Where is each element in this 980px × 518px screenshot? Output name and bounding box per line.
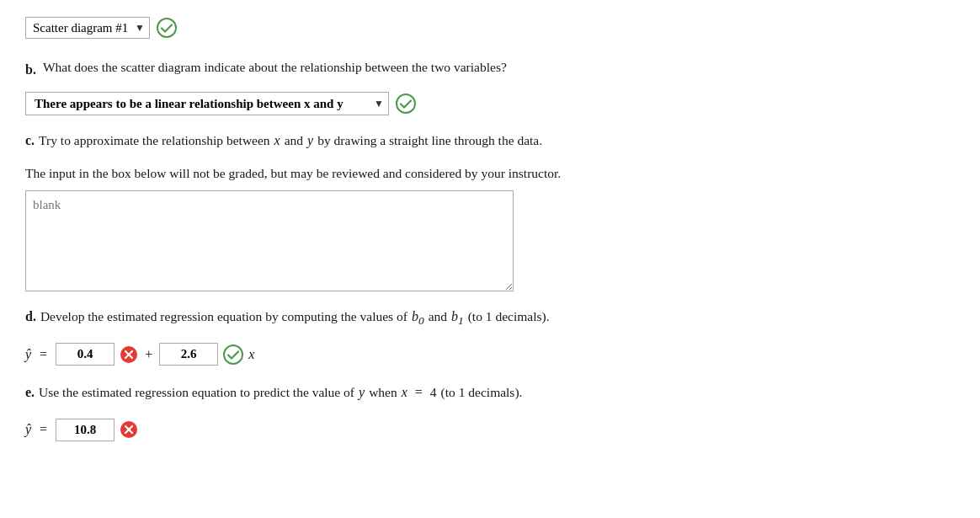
question-c-instruction: The input in the box below will not be g… bbox=[25, 163, 955, 184]
question-d-text-before: Develop the estimated regression equatio… bbox=[40, 307, 407, 328]
scatter-diagram-dropdown-wrapper[interactable]: Scatter diagram #1 Scatter diagram #2 Sc… bbox=[25, 17, 150, 39]
question-d-equation-row: ŷ = + x bbox=[25, 343, 955, 366]
question-e-section: e. Use the estimated regression equation… bbox=[25, 382, 955, 441]
question-c-textarea[interactable] bbox=[25, 190, 514, 291]
question-e-text-middle: when bbox=[369, 382, 397, 403]
question-d-text-after: (to 1 decimals). bbox=[468, 307, 550, 328]
question-e-equals: = bbox=[415, 385, 423, 400]
question-b-text: What does the scatter diagram indicate a… bbox=[43, 57, 507, 78]
question-e-var-x: x bbox=[402, 385, 407, 400]
question-d-b0: b0 bbox=[412, 309, 424, 328]
question-e-var-y: y bbox=[359, 385, 365, 400]
question-e-label: e. bbox=[25, 385, 35, 400]
question-e-text-before: Use the estimated regression equation to… bbox=[39, 382, 354, 403]
question-e-answer-input[interactable] bbox=[56, 419, 115, 441]
scatter-diagram-select[interactable]: Scatter diagram #1 Scatter diagram #2 Sc… bbox=[25, 17, 150, 39]
question-d-x-var: x bbox=[248, 347, 254, 362]
b1-check-icon bbox=[223, 344, 243, 365]
b0-error-icon bbox=[120, 345, 138, 364]
question-d-b1: b1 bbox=[451, 309, 464, 328]
question-c-var1: x bbox=[274, 133, 280, 148]
question-e-text-after: (to 1 decimals). bbox=[441, 382, 523, 403]
answer-b-check-icon bbox=[396, 93, 416, 114]
question-d-section: d. Develop the estimated regression equa… bbox=[25, 307, 955, 366]
question-d-label: d. bbox=[25, 309, 36, 324]
question-c-var2: y bbox=[307, 133, 313, 148]
question-c-row: c. Try to approximate the relationship b… bbox=[25, 131, 955, 157]
e-error-icon bbox=[120, 420, 138, 439]
answer-b-select[interactable]: There appears to be a linear relationshi… bbox=[25, 92, 389, 115]
question-b-row: b. What does the scatter diagram indicat… bbox=[25, 57, 955, 83]
question-e-equation-row: ŷ = bbox=[25, 419, 955, 441]
answer-b-row: There appears to be a linear relationshi… bbox=[25, 92, 955, 115]
top-check-icon bbox=[157, 18, 177, 38]
top-bar: Scatter diagram #1 Scatter diagram #2 Sc… bbox=[25, 17, 955, 39]
question-c-text-after: by drawing a straight line through the d… bbox=[317, 131, 542, 152]
question-e-x-value: 4 bbox=[430, 382, 437, 403]
question-d-equals: = bbox=[40, 347, 47, 362]
svg-point-1 bbox=[397, 94, 415, 113]
answer-b-dropdown-wrapper[interactable]: There appears to be a linear relationshi… bbox=[25, 92, 389, 115]
svg-point-5 bbox=[224, 345, 242, 364]
question-d-b1-input[interactable] bbox=[159, 343, 218, 366]
question-d-plus: + bbox=[145, 347, 152, 362]
question-b-label: b. bbox=[25, 62, 36, 77]
question-e-row: e. Use the estimated regression equation… bbox=[25, 382, 955, 409]
question-c-text-middle: and bbox=[285, 131, 303, 152]
question-c-section: c. Try to approximate the relationship b… bbox=[25, 131, 955, 292]
svg-point-0 bbox=[157, 19, 176, 37]
question-d-row: d. Develop the estimated regression equa… bbox=[25, 307, 955, 333]
question-c-text-before: Try to approximate the relationship betw… bbox=[39, 131, 270, 152]
question-c-label: c. bbox=[25, 133, 35, 148]
question-d-yhat: ŷ bbox=[25, 347, 31, 362]
question-e-yhat: ŷ bbox=[25, 422, 31, 437]
question-b-section: b. What does the scatter diagram indicat… bbox=[25, 57, 955, 115]
question-d-b0-input[interactable] bbox=[56, 343, 115, 366]
question-d-text-and: and bbox=[429, 307, 447, 328]
question-e-eq-sign: = bbox=[40, 422, 47, 437]
